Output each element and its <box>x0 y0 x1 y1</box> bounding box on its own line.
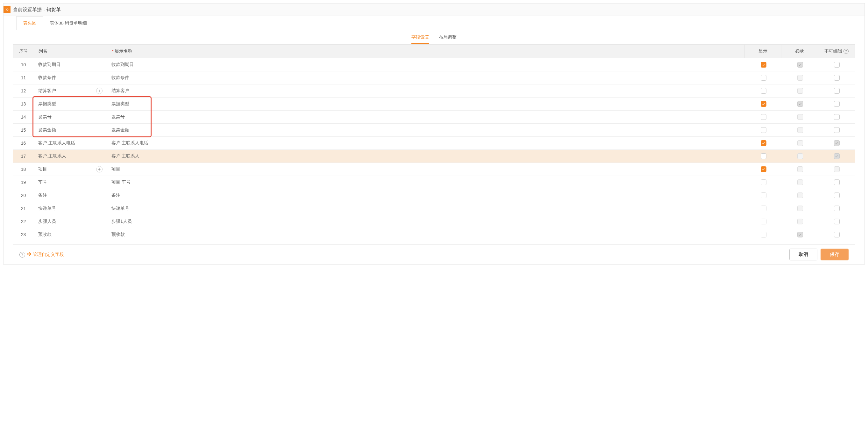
col-name-text: 快递单号 <box>38 206 56 211</box>
cell-readonly <box>818 202 855 215</box>
checkbox-readonly[interactable] <box>834 75 840 81</box>
cell-readonly <box>818 137 855 149</box>
checkbox-show[interactable] <box>761 166 767 172</box>
checkbox-required <box>797 114 803 120</box>
sub-tab-0[interactable]: 字段设置 <box>411 34 429 44</box>
col-name-text: 发票金额 <box>38 127 56 133</box>
panel: 当前设置单据： 销货单 表头区表体区-销货单明细 字段设置布局调整 序号 列名 … <box>3 3 865 264</box>
row-display-name[interactable]: 备注 <box>107 189 745 202</box>
row-display-name[interactable]: 快递单号 <box>107 202 745 215</box>
checkbox-show[interactable] <box>761 179 767 185</box>
checkbox-show[interactable] <box>761 232 767 237</box>
row-col-name: 发票号 <box>34 111 107 123</box>
cell-show <box>745 58 782 71</box>
cell-readonly <box>818 189 855 202</box>
checkbox-show[interactable] <box>761 219 767 224</box>
checkbox-readonly[interactable] <box>834 219 840 224</box>
cell-required <box>782 163 818 176</box>
checkbox-show[interactable] <box>761 62 767 67</box>
cell-show <box>745 202 782 215</box>
checkbox-required <box>797 153 803 159</box>
row-display-name[interactable]: 发票号 <box>107 111 745 123</box>
cell-show <box>745 137 782 149</box>
cell-show <box>745 84 782 97</box>
manage-custom-fields-link[interactable]: 管理自定义字段 <box>26 252 64 258</box>
checkbox-readonly <box>834 166 840 172</box>
cell-readonly <box>818 124 855 136</box>
row-display-name[interactable]: 项目 <box>107 163 745 176</box>
table-row: 12结算客户+结算客户 <box>13 84 855 97</box>
checkbox-show[interactable] <box>761 193 767 198</box>
checkbox-readonly[interactable] <box>834 62 840 67</box>
cell-show <box>745 124 782 136</box>
main-tab-0[interactable]: 表头区 <box>16 16 43 30</box>
row-seq: 21 <box>13 202 34 215</box>
main-tabs: 表头区表体区-销货单明细 <box>3 16 865 30</box>
header-readonly-text: 不可编辑 <box>825 49 842 54</box>
checkbox-show[interactable] <box>761 140 767 146</box>
checkbox-readonly[interactable] <box>834 179 840 185</box>
footer-left: ? 管理自定义字段 <box>20 252 64 258</box>
checkbox-readonly <box>834 140 840 146</box>
row-display-name[interactable]: 客户.主联系人电话 <box>107 137 745 149</box>
checkbox-readonly[interactable] <box>834 88 840 94</box>
checkbox-readonly[interactable] <box>834 127 840 133</box>
add-child-field-button[interactable]: + <box>96 166 102 172</box>
row-display-name[interactable]: 票据类型 <box>107 97 745 110</box>
table-row: 23预收款预收款 <box>13 228 855 241</box>
expand-panel-button[interactable] <box>3 6 10 13</box>
row-display-name[interactable]: 发票金额 <box>107 124 745 136</box>
col-name-text: 预收款 <box>38 232 52 237</box>
cell-show <box>745 176 782 189</box>
required-asterisk: * <box>112 49 113 54</box>
row-display-name[interactable]: 收款条件 <box>107 72 745 84</box>
row-seq: 14 <box>13 111 34 123</box>
checkbox-show[interactable] <box>761 114 767 120</box>
main-tab-1[interactable]: 表体区-销货单明细 <box>43 16 94 30</box>
checkbox-show[interactable] <box>761 127 767 133</box>
header-required: 必录 <box>781 45 818 58</box>
row-display-name[interactable]: 步骤1人员 <box>107 215 745 228</box>
question-icon[interactable]: ? <box>20 252 25 258</box>
cell-required <box>782 97 818 110</box>
row-display-name[interactable]: 收款到期日 <box>107 58 745 71</box>
checkbox-readonly[interactable] <box>834 206 840 211</box>
help-icon[interactable]: ? <box>843 49 848 54</box>
row-seq: 18 <box>13 163 34 176</box>
header-disp-text: 显示名称 <box>115 49 132 54</box>
cell-show <box>745 215 782 228</box>
row-col-name: 预收款 <box>34 228 107 241</box>
checkbox-readonly[interactable] <box>834 232 840 237</box>
table-row: 14发票号发票号 <box>13 111 855 124</box>
footer-bar: ? 管理自定义字段 取消 保存 <box>13 245 855 264</box>
sub-tab-1[interactable]: 布局调整 <box>439 34 457 44</box>
col-name-text: 备注 <box>38 193 47 198</box>
checkbox-show[interactable] <box>761 101 767 107</box>
checkbox-show[interactable] <box>761 153 767 159</box>
row-col-name: 收款到期日 <box>34 58 107 71</box>
checkbox-readonly[interactable] <box>834 114 840 120</box>
checkbox-show[interactable] <box>761 206 767 211</box>
table-row: 13票据类型票据类型 <box>13 97 855 111</box>
field-table: 序号 列名 * 显示名称 显示 必录 不可编辑 ? 10收款到期日收款到期日11… <box>13 44 855 241</box>
checkbox-show[interactable] <box>761 75 767 81</box>
row-seq: 16 <box>13 137 34 149</box>
checkbox-readonly[interactable] <box>834 101 840 107</box>
row-display-name[interactable]: 结算客户 <box>107 84 745 97</box>
checkbox-readonly[interactable] <box>834 193 840 198</box>
table-header-row: 序号 列名 * 显示名称 显示 必录 不可编辑 ? <box>13 44 855 58</box>
add-child-field-button[interactable]: + <box>96 88 102 94</box>
cell-show <box>745 150 782 163</box>
row-display-name[interactable]: 客户.主联系人 <box>107 150 745 163</box>
breadcrumb-value: 销货单 <box>46 7 61 13</box>
cancel-button[interactable]: 取消 <box>789 249 817 260</box>
row-display-name[interactable]: 项目.车号 <box>107 176 745 189</box>
col-name-text: 结算客户 <box>38 88 56 94</box>
row-display-name[interactable]: 预收款 <box>107 228 745 241</box>
cell-readonly <box>818 228 855 241</box>
cell-readonly <box>818 84 855 97</box>
save-button[interactable]: 保存 <box>820 249 848 260</box>
checkbox-show[interactable] <box>761 88 767 94</box>
row-seq: 20 <box>13 189 34 202</box>
cell-readonly <box>818 215 855 228</box>
